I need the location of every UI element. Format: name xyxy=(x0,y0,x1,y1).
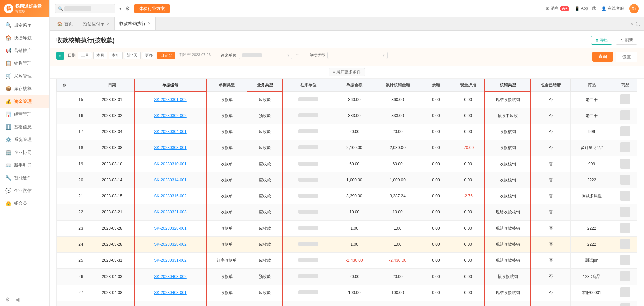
gear-icon[interactable]: ⚙ xyxy=(125,5,130,12)
message-label: 消息 xyxy=(551,6,559,11)
sidebar-item-purchase[interactable]: 🛒 采购管理 xyxy=(0,70,49,82)
td-balance: 0.00 xyxy=(421,268,451,285)
td-billno[interactable]: SK-20230310-001 xyxy=(135,156,206,172)
th-settings[interactable]: ⚙ xyxy=(57,79,72,91)
billtype-select[interactable]: ▾ xyxy=(327,52,388,59)
td-amount: 2,100.00 xyxy=(334,140,375,156)
td-billno[interactable]: SK-20230328-001 xyxy=(135,220,206,236)
sidebar-bottom: ⚙ ◀ xyxy=(0,293,49,306)
td-billtype: 收款单 xyxy=(206,204,247,220)
td-billno[interactable]: SK-20230304-001 xyxy=(135,124,206,140)
custom-date-btn[interactable]: 自定义 xyxy=(157,52,175,59)
topbar-search[interactable]: 🔍 xyxy=(55,4,115,13)
sidebar-item-member[interactable]: 👑 畅会员 xyxy=(0,197,49,210)
refresh-button[interactable]: ↻ 刷新 xyxy=(616,36,637,45)
tab-prepay-close-icon[interactable]: ✕ xyxy=(107,22,110,26)
td-goodsimg xyxy=(613,124,637,140)
td-biztype: 应收款 xyxy=(247,220,283,236)
td-goodsimg xyxy=(613,91,637,108)
export-button[interactable]: ⬆ 导出 xyxy=(591,36,612,45)
td-cumamount: 333.00 xyxy=(375,108,421,124)
th-balance: 余额 xyxy=(421,79,451,91)
sidebar-item-marketing[interactable]: 📢 营销推广 xyxy=(0,44,49,57)
tab-prepay[interactable]: 预估应付单 ✕ xyxy=(78,17,115,30)
last-7-days-btn[interactable]: 近7天 xyxy=(124,52,141,59)
td-date: 2023-03-08 xyxy=(90,140,135,156)
last-month-btn[interactable]: 上月 xyxy=(78,52,92,59)
td-date: 2023-03-28 xyxy=(90,220,135,236)
td-date: 2023-03-01 xyxy=(90,91,135,108)
sidebar-item-hardware[interactable]: 🔧 智能硬件 xyxy=(0,172,49,184)
sidebar-item-corp[interactable]: 🏢 企业协同 xyxy=(0,146,49,159)
table-row: 24 2023-03-28 SK-20230328-002 收款单 应收款 1.… xyxy=(57,236,637,252)
td-billtype: 收款单 xyxy=(206,285,247,301)
sidebar-item-wechat[interactable]: 💬 企业微信 xyxy=(0,184,49,197)
industry-btn[interactable]: 体验行业方案 xyxy=(134,4,170,13)
partner-input[interactable]: ▾ xyxy=(239,52,292,59)
this-year-btn[interactable]: 本年 xyxy=(109,52,123,59)
more-date-btn[interactable]: 更多 xyxy=(142,52,156,59)
tab-verify[interactable]: 收款核销执行 ✕ xyxy=(115,17,156,30)
expand-more-button[interactable]: ▾ 展开更多条件 xyxy=(329,68,365,76)
table-row: 28 2023-04-18 SK-20230418-001 收款单 应收款 10… xyxy=(57,301,637,306)
td-billno[interactable]: SK-20230315-002 xyxy=(135,188,206,204)
td-billno[interactable]: SK-20230321-003 xyxy=(135,204,206,220)
message-button[interactable]: ✉ 消息 99+ xyxy=(546,6,569,11)
td-includeclear: 否 xyxy=(531,91,570,108)
th-verifytype: 核销类型 xyxy=(485,79,531,91)
td-billno[interactable]: SK-20230418-001 xyxy=(135,301,206,306)
td-includeclear: 否 xyxy=(531,252,570,268)
collapse-icon[interactable]: ◀ xyxy=(15,296,19,303)
bill-type-label: 单据类型 xyxy=(309,53,325,58)
td-partner xyxy=(283,140,334,156)
td-billno[interactable]: SK-20230328-002 xyxy=(135,236,206,252)
online-service-button[interactable]: 👤 在线客服 xyxy=(601,6,624,11)
this-month-btn[interactable]: 本月 xyxy=(93,52,107,59)
td-cashdiscount: 0.00 xyxy=(451,156,485,172)
sidebar-item-basic[interactable]: ℹ️ 基础信息 xyxy=(0,121,49,133)
td-rownum: 20 xyxy=(72,172,90,188)
sidebar-item-operations[interactable]: 📊 经营管理 xyxy=(0,108,49,121)
td-goodsimg xyxy=(613,220,637,236)
query-button[interactable]: 查询 xyxy=(592,52,613,62)
td-cumamount: 20.00 xyxy=(375,124,421,140)
date-filter-label: 日期 xyxy=(68,53,76,58)
message-badge: 99+ xyxy=(560,6,569,11)
app-download-button[interactable]: 📱 App下载 xyxy=(575,6,596,11)
td-billno[interactable]: SK-20230302-002 xyxy=(135,108,206,124)
sidebar-item-label: 企业微信 xyxy=(14,188,32,194)
td-billno[interactable]: SK-20230301-002 xyxy=(135,91,206,108)
td-includeclear: 否 xyxy=(531,204,570,220)
sidebar-item-system[interactable]: ⚙️ 系统管理 xyxy=(0,133,49,146)
sidebar-item-guide[interactable]: 📖 新手引导 xyxy=(0,159,49,172)
td-billno[interactable]: SK-20230314-001 xyxy=(135,172,206,188)
td-billno[interactable]: SK-20230308-001 xyxy=(135,140,206,156)
td-billno[interactable]: SK-20230408-001 xyxy=(135,285,206,301)
td-goods: 2222 xyxy=(570,301,613,306)
more-conditions[interactable]: ··· xyxy=(296,52,299,56)
close-window-icon[interactable]: ✕ xyxy=(630,22,633,26)
sidebar-item-inventory[interactable]: 📦 库存核算 xyxy=(0,82,49,95)
td-billno[interactable]: SK-20230403-002 xyxy=(135,268,206,285)
tab-verify-close-icon[interactable]: ✕ xyxy=(148,21,151,26)
filter-toggle-button[interactable]: » xyxy=(56,52,64,60)
td-goodsimg xyxy=(613,188,637,204)
settings-icon[interactable]: ⚙ xyxy=(5,296,10,303)
td-date: 2023-04-18 xyxy=(90,301,135,306)
td-biztype: 应收款 xyxy=(247,124,283,140)
sidebar-item-label: 快捷导航 xyxy=(14,35,32,41)
table-row: 18 2023-03-08 SK-20230308-001 收款单 应收款 2,… xyxy=(57,140,637,156)
maximize-icon[interactable]: ⛶ xyxy=(636,22,640,26)
table-wrapper: ⚙ 日期 单据编号 单据类型 业务类型 往来单位 单据金额 累计核销金额 余额 … xyxy=(50,79,644,306)
user-avatar[interactable]: Rit xyxy=(629,4,639,13)
setting-button[interactable]: 设置 xyxy=(616,52,637,62)
td-billno[interactable]: SK-20230331-002 xyxy=(135,252,206,268)
sidebar-item-search[interactable]: 🔍 搜索菜单 xyxy=(0,19,49,32)
sidebar-item-sales[interactable]: 📋 销售管理 xyxy=(0,57,49,70)
sidebar-item-finance[interactable]: 💰 资金管理 xyxy=(0,95,49,108)
tab-home[interactable]: 🏠 首页 xyxy=(52,17,78,30)
topbar-search-icon: 🔍 xyxy=(58,6,63,11)
sidebar-item-quicknav[interactable]: 🏠 快捷导航 xyxy=(0,32,49,44)
dropdown-chevron-icon[interactable]: ▾ xyxy=(119,6,121,11)
td-cashdiscount: -2.76 xyxy=(451,188,485,204)
